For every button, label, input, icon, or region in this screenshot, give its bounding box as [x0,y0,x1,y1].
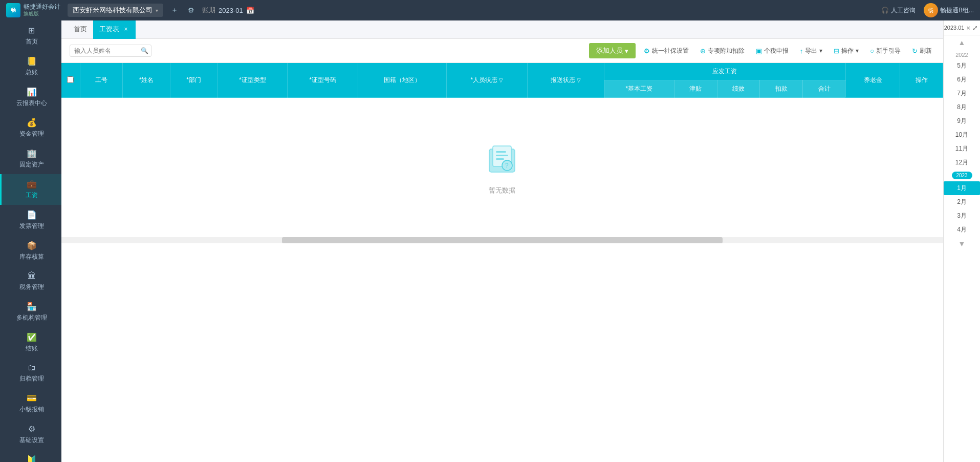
tax-label: 个税申报 [764,47,789,55]
sidebar-item-ledger[interactable]: 📒 总账 [0,51,61,82]
month-2023-1[interactable]: 1月 [944,181,980,195]
th-checkbox[interactable] [61,63,80,98]
guide-label: 新手引导 [876,47,901,55]
multi-icon: 🏪 [27,302,37,311]
sidebar-item-settle[interactable]: ✅ 结账 [0,327,61,358]
calendar-icon[interactable]: 📅 [246,7,254,14]
sidebar-label-ledger: 总账 [26,68,38,77]
support-btn[interactable]: 🎧 人工咨询 [881,6,916,15]
tab-home[interactable]: 首页 [68,20,93,39]
sidebar-label-invoice: 发票管理 [19,222,44,230]
salary-icon: 💼 [27,179,37,189]
headset-icon: 🎧 [881,7,889,14]
sidebar-item-stock[interactable]: 📦 库存核算 [0,236,61,266]
tax-icon: 🏛 [28,271,36,281]
user-label: 畅捷通B组... [940,6,974,15]
sidebar-item-guide[interactable]: 🔰 新手引导 [0,450,61,462]
month-2023-2[interactable]: 2月 [944,195,980,209]
next-year-btn[interactable]: ▼ [956,238,968,250]
right-panel: 2023.01 × ⤢ ▲ 2022 5月 6月 7月 8月 9月 10月 11… [943,20,980,462]
asset-icon: 🏢 [27,149,37,158]
month-2022-6[interactable]: 6月 [944,73,980,87]
month-2022-7[interactable]: 7月 [944,87,980,100]
sidebar-item-invoice[interactable]: 📄 发票管理 [0,205,61,236]
sidebar-label-home: 首页 [26,37,38,46]
sidebar-item-fund[interactable]: 💰 资金管理 [0,113,61,143]
sidebar-label-salary: 工资 [26,191,38,200]
horizontal-scrollbar[interactable] [61,237,943,243]
panel-expand-button[interactable]: ⤢ [972,23,978,33]
th-status: *人员状态 ▽ [446,63,527,98]
sidebar-label-expense: 小畅报销 [19,405,44,414]
tab-salary-close[interactable]: × [122,26,129,33]
deduct-icon: ⊕ [700,47,706,55]
refresh-btn[interactable]: ↻ 刷新 [909,45,935,57]
status-filter-icon[interactable]: ▽ [499,77,503,83]
month-2022-11[interactable]: 11月 [944,142,980,156]
user-profile[interactable]: 畅 畅捷通B组... [924,3,974,17]
export-arrow: ▾ [819,47,822,54]
export-btn[interactable]: ↑ 导出 ▾ [797,45,826,57]
month-2022-8[interactable]: 8月 [944,100,980,114]
tax-report-btn[interactable]: ▣ 个税申报 [753,45,792,57]
th-operation: 操作 [900,63,943,98]
month-2022-5[interactable]: 5月 [944,59,980,73]
operate-label: 操作 [841,47,854,55]
invoice-icon: 📄 [27,210,37,220]
period-value: 2023-01 [219,7,243,14]
sidebar-item-report[interactable]: 📊 云报表中心 [0,82,61,113]
settings-icon[interactable]: ⚙ [185,4,197,16]
period-label: 账期 [202,6,215,15]
sidebar-item-expense[interactable]: 💳 小畅报销 [0,388,61,419]
operate-btn[interactable]: ⊟ 操作 ▾ [831,45,862,57]
app-subtitle: 旗舰版 [24,10,60,17]
sidebar-item-home[interactable]: ⊞ 首页 [0,20,61,51]
social-label: 统一社保设置 [652,47,689,55]
current-period-label: 2023.01 [944,25,965,31]
home-icon: ⊞ [28,26,35,35]
stock-icon: 📦 [27,241,37,250]
sidebar: ⊞ 首页 📒 总账 📊 云报表中心 💰 资金管理 🏢 固定资产 💼 工资 📄 发… [0,20,61,462]
th-allowance: 津贴 [674,80,717,98]
empty-text: 暂无数据 [489,186,515,195]
search-icon: 🔍 [141,47,148,54]
sidebar-item-tax[interactable]: 🏛 税务管理 [0,266,61,297]
select-all-checkbox[interactable] [67,76,74,83]
panel-close-button[interactable]: × [966,23,970,33]
th-total: 合计 [803,80,846,98]
sidebar-item-salary[interactable]: 💼 工资 [0,174,61,205]
company-selector[interactable]: 西安虾米网络科技有限公司 ▾ [68,4,163,17]
logo-text-block: 畅捷通好会计 旗舰版 [24,3,60,17]
report-filter-icon[interactable]: ▽ [577,77,581,83]
month-2023-3[interactable]: 3月 [944,209,980,223]
report-icon: 📊 [27,87,37,97]
sidebar-label-asset: 固定资产 [19,160,44,169]
search-wrap[interactable]: 🔍 [70,45,151,57]
search-input[interactable] [74,47,141,54]
tab-home-label: 首页 [74,25,87,34]
table-container[interactable]: 工号 *姓名 *部门 *证型类型 *证型号码 国籍（地区） *人员状态 ▽ 报送… [61,63,943,462]
add-button[interactable]: ＋ [168,4,181,16]
sidebar-item-archive[interactable]: 🗂 归档管理 [0,358,61,388]
sidebar-label-report: 云报表中心 [16,99,47,108]
month-2022-12[interactable]: 12月 [944,156,980,170]
social-security-btn[interactable]: ⚙ 统一社保设置 [641,45,692,57]
add-person-button[interactable]: 添加人员 ▾ [589,43,636,58]
sidebar-item-settings[interactable]: ⚙ 基础设置 [0,419,61,450]
month-2022-9[interactable]: 9月 [944,114,980,128]
operate-arrow: ▾ [856,47,859,54]
month-2023-4[interactable]: 4月 [944,223,980,237]
tab-salary[interactable]: 工资表 × [93,20,136,39]
special-deduct-btn[interactable]: ⊕ 专项附加扣除 [697,45,748,57]
add-person-arrow: ▾ [625,47,628,55]
sidebar-item-asset[interactable]: 🏢 固定资产 [0,143,61,174]
sidebar-label-multi: 多机构管理 [16,313,47,322]
logo-area: 畅 畅捷通好会计 旗舰版 [6,3,68,17]
guide-btn[interactable]: ○ 新手引导 [867,45,904,57]
sidebar-item-multi[interactable]: 🏪 多机构管理 [0,297,61,327]
prev-year-btn[interactable]: ▲ [956,36,968,49]
month-2022-10[interactable]: 10月 [944,128,980,142]
sidebar-label-settings: 基础设置 [19,436,44,445]
expense-icon: 💳 [27,393,37,403]
panel-header: 2023.01 × ⤢ [944,20,980,35]
